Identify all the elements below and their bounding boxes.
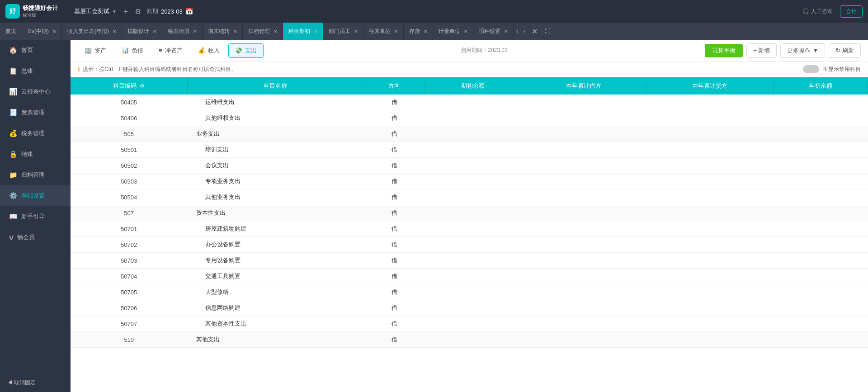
calc-balance-button[interactable]: 试算平衡	[705, 44, 743, 57]
sidebar-item-archive[interactable]: 📁 归档管理	[0, 165, 71, 185]
tab-label: 税表清册	[168, 28, 189, 35]
tab-period-end[interactable]: 期末结转 ✕	[203, 23, 243, 40]
table-row[interactable]: 50406其他维权支出借	[71, 110, 868, 126]
tab-inventory[interactable]: 存货 ✕	[404, 23, 433, 40]
settings-icon[interactable]: ⚙	[135, 7, 141, 16]
tab-nav-next[interactable]: ›	[521, 28, 528, 34]
tab-bs[interactable]: 𝔹s(中期) ✕	[22, 23, 62, 40]
table-row[interactable]: 505业务支出借	[71, 126, 868, 142]
tab-archive[interactable]: 归档管理 ✕	[243, 23, 283, 40]
sub-tab-assets[interactable]: 🏢 资产	[78, 43, 113, 58]
sub-tab-net-assets[interactable]: ≡ 净资产	[152, 43, 189, 58]
table-row[interactable]: 50701房屋建筑物购建借	[71, 221, 868, 237]
table-row[interactable]: 50704交通工具购置借	[71, 269, 868, 284]
sub-tab-liability[interactable]: 📊 负债	[115, 43, 150, 58]
cell-ytd-debit	[520, 94, 647, 110]
company-area: 基层工会测试 ▼	[74, 7, 117, 15]
tab-close-icon[interactable]: ✕	[52, 29, 56, 34]
tab-close-icon[interactable]: ✕	[193, 29, 197, 34]
tab-income-report[interactable]: 收入支出表(年报) ✕	[62, 23, 122, 40]
sidebar-item-guide[interactable]: 📖 新手引导	[0, 206, 71, 227]
table-row[interactable]: 50707其他资本性支出借	[71, 316, 868, 332]
sidebar-item-label: 税务管理	[21, 129, 45, 137]
tab-close-icon[interactable]: ✕	[233, 29, 237, 34]
table-row[interactable]: 50405运维维支出借	[71, 94, 868, 110]
tab-tax[interactable]: 税表清册 ✕	[162, 23, 203, 40]
tab-close-icon[interactable]: ✕	[113, 29, 116, 34]
tab-unit[interactable]: 计量单位 ✕	[433, 23, 473, 40]
tab-home[interactable]: 首页	[0, 23, 22, 40]
sidebar-item-home[interactable]: 🏠 首页	[0, 40, 71, 61]
sidebar-item-label: 基础设置	[21, 192, 45, 200]
tab-close-icon[interactable]: ✕	[354, 29, 358, 34]
cell-opening-balance	[425, 284, 520, 300]
tab-dept[interactable]: 部门员工 ✕	[323, 23, 363, 40]
account-button[interactable]: 会计	[840, 5, 863, 18]
sidebar-item-closing[interactable]: 🔒 结账	[0, 144, 71, 165]
tab-close-icon[interactable]: ✕	[153, 29, 156, 34]
sidebar-item-member[interactable]: V 畅会员	[0, 227, 71, 248]
table-container[interactable]: 科目编码 ⚙ 科目名称 方向 期初余额 本年累计借方 本年累计贷方 年初余额 5…	[71, 77, 868, 392]
tab-currency[interactable]: 币种设置 ✕	[473, 23, 514, 40]
tab-contacts[interactable]: 往来单位 ✕	[363, 23, 404, 40]
cell-ytd-debit	[520, 221, 647, 237]
sub-tab-expenditure[interactable]: 💸 支出	[228, 43, 264, 58]
cell-name: 大型修缮	[187, 284, 363, 300]
company-dropdown-icon[interactable]: ▼	[112, 9, 117, 14]
tab-close-icon[interactable]: ✕	[394, 29, 398, 34]
col-direction: 方向	[363, 77, 426, 94]
cell-ytd-debit	[520, 237, 647, 253]
tab-expand-icon[interactable]: ⛶	[541, 28, 554, 34]
table-row[interactable]: 50705大型修缮借	[71, 284, 868, 300]
cell-ytd-debit	[520, 142, 647, 158]
col-settings-icon[interactable]: ⚙	[140, 83, 145, 89]
table-row[interactable]: 50702办公设备购置借	[71, 237, 868, 253]
help-button[interactable]: 🎧 人工咨询	[802, 8, 833, 15]
add-button[interactable]: + 新增	[746, 43, 777, 58]
cell-name: 专项业务支出	[187, 174, 363, 189]
cell-name: 资本性支出	[187, 205, 363, 221]
sub-tab-income[interactable]: 💰 收入	[191, 43, 226, 58]
sidebar-item-ledger[interactable]: 📋 总账	[0, 61, 71, 81]
tab-template[interactable]: 模版设计 ✕	[122, 23, 162, 40]
table-row[interactable]: 50706信息网络购建借	[71, 300, 868, 316]
table-row[interactable]: 510其他支出借	[71, 332, 868, 348]
tab-close-all[interactable]: ✕	[528, 27, 541, 36]
tab-close-icon[interactable]: ✕	[464, 29, 467, 34]
cell-code: 510	[71, 332, 187, 348]
tab-close-icon[interactable]: ✕	[424, 29, 427, 34]
tab-nav-prev[interactable]: ‹	[514, 28, 521, 34]
tab-close-icon[interactable]: ✕	[504, 29, 508, 34]
table-row[interactable]: 50503专项业务支出借	[71, 174, 868, 189]
cell-code: 50703	[71, 253, 187, 269]
table-row[interactable]: 50501培训支出借	[71, 142, 868, 158]
table-row[interactable]: 507资本性支出借	[71, 205, 868, 221]
cell-name: 其他支出	[187, 332, 363, 348]
company-name: 基层工会测试	[74, 7, 109, 15]
disable-toggle[interactable]	[803, 65, 819, 73]
tab-close-icon[interactable]: ✕	[274, 29, 277, 34]
sidebar-item-tax[interactable]: 💰 税务管理	[0, 123, 71, 144]
add-company-button[interactable]: ＋	[122, 7, 129, 16]
cell-opening-balance	[425, 94, 520, 110]
sidebar-item-invoice[interactable]: 🧾 发票管理	[0, 102, 71, 123]
col-opening-balance: 期初余额	[425, 77, 520, 94]
table-row[interactable]: 50504其他业务支出借	[71, 189, 868, 205]
cell-year-opening	[773, 253, 868, 269]
sidebar-collapse[interactable]: ◀ 取消固定	[0, 373, 71, 392]
expenditure-icon: 💸	[235, 47, 242, 54]
table-row[interactable]: 50703专用设备购置借	[71, 253, 868, 269]
tab-close-icon[interactable]: ✕	[314, 29, 317, 34]
sidebar-item-settings[interactable]: ⚙️ 基础设置	[0, 185, 71, 206]
table-row[interactable]: 50502会议支出借	[71, 158, 868, 174]
sidebar-item-reports[interactable]: 📊 云报表中心	[0, 81, 71, 102]
tab-subject-period[interactable]: 科目期初 ✕	[283, 23, 323, 40]
more-ops-button[interactable]: 更多操作 ▼	[780, 43, 825, 58]
archive-icon: 📁	[9, 171, 18, 179]
col-ytd-credit: 本年累计贷方	[646, 77, 773, 94]
cell-name: 其他业务支出	[187, 189, 363, 205]
refresh-button[interactable]: ↻ 刷新	[829, 43, 861, 58]
cell-code: 50707	[71, 316, 187, 332]
calendar-icon[interactable]: 📅	[185, 8, 193, 15]
top-bar-right: 🎧 人工咨询 会计	[802, 5, 863, 18]
